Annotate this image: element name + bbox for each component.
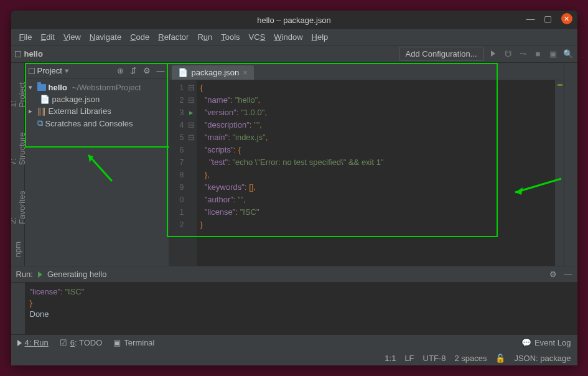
library-icon: ∥∥ — [37, 106, 46, 116]
marker-gutter — [555, 80, 564, 266]
rail-npm[interactable]: npm — [13, 242, 22, 257]
menu-view[interactable]: View — [59, 31, 85, 44]
coverage-icon[interactable]: ⤳ — [518, 49, 529, 59]
search-icon[interactable]: 🔍 — [562, 49, 574, 59]
close-icon[interactable]: × — [243, 68, 248, 77]
bottom-toolbar: 4: Run ☑6: TODO ▣Terminal 💬Event Log — [11, 334, 577, 350]
annotation-arrow-left — [81, 150, 118, 187]
menu-code[interactable]: Code — [126, 31, 154, 44]
tool-terminal[interactable]: ▣Terminal — [113, 338, 154, 347]
run-label: Run: — [16, 270, 33, 279]
menu-run[interactable]: Run — [193, 31, 217, 44]
tool-run[interactable]: 4: Run — [17, 338, 49, 347]
locate-icon[interactable]: ⊕ — [117, 66, 124, 75]
app-window: hello – package.json — ▢ ✕ File Edit Vie… — [11, 11, 577, 365]
menu-navigate[interactable]: Navigate — [85, 31, 126, 44]
collapse-icon[interactable]: ⇵ — [130, 66, 137, 75]
status-lock-icon[interactable]: 🔓 — [495, 354, 505, 363]
run-task: Generating hello — [47, 270, 106, 279]
svg-marker-1 — [88, 155, 93, 162]
tab-package-json[interactable]: 📄package.json× — [172, 65, 254, 80]
layout-icon[interactable]: ▣ — [548, 49, 559, 59]
maximize-button[interactable]: ▢ — [544, 14, 553, 23]
right-tool-rail — [564, 63, 577, 266]
tree-root[interactable]: ▾ hello ~/WebstormProject — [26, 82, 167, 93]
run-panel: Run: Generating hello ⚙ — "license": "IS… — [11, 266, 577, 334]
play-icon — [38, 271, 42, 278]
project-pane: Project ▾ ⊕ ⇵ ⚙ — ▾ hello ~/WebstormProj… — [25, 63, 169, 266]
project-icon — [29, 68, 35, 74]
menu-tools[interactable]: Tools — [217, 31, 244, 44]
menu-refactor[interactable]: Refactor — [154, 31, 193, 44]
editor-area: 📄package.json× 123456789012 ⊟ ⊟▸⊟ ⊟ { "n… — [169, 63, 564, 266]
menu-help[interactable]: Help — [307, 31, 333, 44]
run-hide-icon[interactable]: — — [564, 270, 572, 279]
nav-toolbar: hello Add Configuration... ☋ ⤳ ■ ▣ 🔍 — [11, 45, 577, 63]
add-configuration-button[interactable]: Add Configuration... — [399, 47, 484, 61]
gear-icon[interactable]: ⚙ — [143, 66, 151, 75]
editor-tabs: 📄package.json× — [169, 63, 564, 80]
titlebar: hello – package.json — ▢ ✕ — [11, 11, 577, 29]
code-content[interactable]: { "name": "hello", "version": "1.0.0", "… — [197, 80, 555, 266]
project-header-label: Project — [37, 66, 62, 75]
status-encoding[interactable]: UTF-8 — [423, 354, 446, 363]
project-tree: ▾ hello ~/WebstormProject 📄package.json … — [25, 79, 169, 132]
statusbar: 1:1 LF UTF-8 2 spaces 🔓 JSON: package — [11, 350, 577, 365]
menu-file[interactable]: File — [15, 31, 37, 44]
menu-vcs[interactable]: VCS — [245, 31, 270, 44]
status-line-ending[interactable]: LF — [404, 354, 414, 363]
status-cursor[interactable]: 1:1 — [385, 354, 396, 363]
breadcrumb-root: hello — [24, 49, 43, 59]
run-output[interactable]: "license": "ISC" } Done — [11, 283, 577, 334]
close-button[interactable]: ✕ — [561, 13, 572, 24]
tree-scratches[interactable]: ⧉Scratches and Consoles — [26, 117, 167, 129]
tree-file-package[interactable]: 📄package.json — [26, 93, 167, 105]
tree-external-libraries[interactable]: ▸∥∥External Libraries — [26, 105, 167, 117]
folder-icon — [37, 84, 46, 91]
svg-line-0 — [88, 155, 112, 181]
fold-gutter: ⊟ ⊟▸⊟ ⊟ — [187, 80, 197, 266]
run-toolbar — [11, 283, 25, 334]
run-header: Run: Generating hello ⚙ — — [11, 266, 577, 283]
module-icon — [15, 51, 21, 57]
tool-todo[interactable]: ☑6: TODO — [60, 338, 103, 347]
menu-window[interactable]: Window — [269, 31, 307, 44]
menu-edit[interactable]: Edit — [36, 31, 58, 44]
scratch-icon: ⧉ — [37, 118, 43, 128]
breadcrumb[interactable]: hello — [15, 49, 43, 59]
window-title: hello – package.json — [257, 16, 331, 25]
tool-event-log[interactable]: 💬Event Log — [521, 338, 571, 347]
line-gutter: 123456789012 — [169, 80, 187, 266]
code-editor[interactable]: 123456789012 ⊟ ⊟▸⊟ ⊟ { "name": "hello", … — [169, 80, 564, 266]
run-gear-icon[interactable]: ⚙ — [549, 270, 557, 279]
hide-pane-icon[interactable]: — — [157, 66, 165, 75]
left-tool-rail: 1: Project 7: Structure 2: Favorites npm — [11, 63, 25, 266]
minimize-button[interactable]: — — [526, 14, 535, 23]
stop-icon[interactable]: ■ — [533, 49, 544, 59]
debug-icon[interactable]: ☋ — [503, 49, 514, 59]
status-lang[interactable]: JSON: package — [514, 354, 571, 363]
menubar: File Edit View Navigate Code Refactor Ru… — [11, 29, 577, 45]
status-indent[interactable]: 2 spaces — [454, 354, 487, 363]
run-icon[interactable] — [488, 49, 499, 59]
project-header: Project ▾ ⊕ ⇵ ⚙ — — [25, 63, 169, 79]
